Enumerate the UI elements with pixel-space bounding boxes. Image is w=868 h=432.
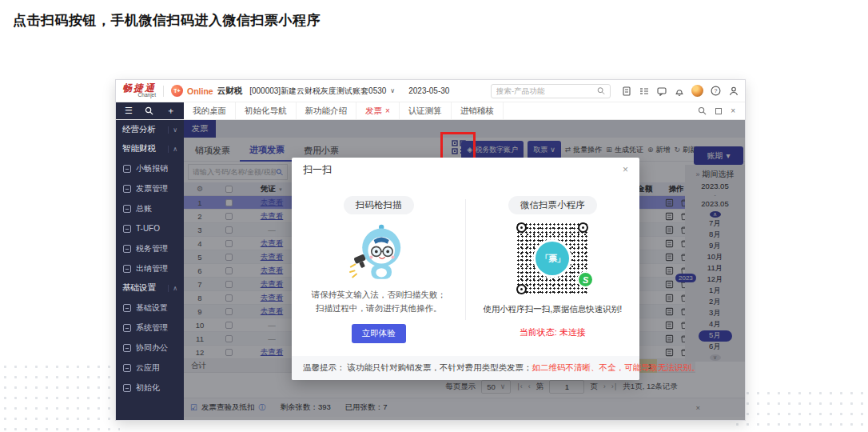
user-avatar[interactable] bbox=[691, 85, 703, 97]
decorative-dots-left bbox=[0, 362, 120, 432]
mascot-illustration bbox=[347, 219, 411, 286]
wechat-mini-program-section: 微信扫票小程序 「票」 S 使用小程序扫一扫,票据信息快速识别! 当前状态: 未… bbox=[466, 182, 640, 356]
add-tab-icon[interactable]: ＋ bbox=[166, 105, 175, 117]
checklist-icon[interactable] bbox=[639, 86, 649, 96]
help-icon[interactable]: ? bbox=[711, 86, 721, 96]
window-controls: × bbox=[698, 102, 745, 119]
scan-gun-section: 扫码枪扫描 bbox=[292, 182, 466, 356]
settings-icon bbox=[123, 304, 131, 312]
svg-text:?: ? bbox=[715, 88, 718, 94]
system-icon bbox=[123, 324, 131, 332]
cashier-icon bbox=[123, 265, 131, 273]
dialog-title: 扫一扫 bbox=[303, 163, 332, 177]
chevron-up-icon[interactable]: ∧ bbox=[168, 146, 177, 153]
sidebar-item-tax-mgmt[interactable]: 税务管理 bbox=[116, 238, 184, 258]
fullscreen-icon[interactable] bbox=[715, 108, 722, 114]
sidebar: 经营分析 ∨ 智能财税 ∧ 小畅报销 发票管理 总账 T-UFO 税务管理 出纳… bbox=[116, 120, 184, 420]
qr-code: 「票」 S bbox=[516, 222, 588, 294]
report-icon bbox=[123, 225, 131, 233]
mini-program-pill: 微信扫票小程序 bbox=[508, 196, 597, 214]
sidebar-item-system-mgmt[interactable]: 系统管理 bbox=[116, 318, 184, 338]
sidebar-item-cloud-apps[interactable]: 云应用 bbox=[116, 358, 184, 378]
tab-my-desktop[interactable]: 我的桌面 bbox=[184, 102, 236, 119]
tab-purchase-sale-audit[interactable]: 进销稽核 bbox=[452, 102, 504, 119]
decorative-dots-right bbox=[732, 388, 868, 432]
scan-tip-line2: 扫描过程中，请勿进行其他操作。 bbox=[312, 302, 446, 315]
app-window: 畅捷通 Chanjet T+ Online 云财税 [000003]新建云财税灰… bbox=[116, 80, 745, 420]
reimburse-icon bbox=[123, 165, 131, 173]
tab-new-features[interactable]: 新功能介绍 bbox=[297, 102, 357, 119]
sidebar-quick-icons: ☰ ＋ bbox=[116, 102, 184, 119]
cloud-icon bbox=[123, 364, 131, 372]
collaboration-icon bbox=[123, 344, 131, 352]
topbar: 畅捷通 Chanjet T+ Online 云财税 [000003]新建云财税灰… bbox=[116, 80, 745, 102]
feedback-icon[interactable] bbox=[656, 86, 667, 96]
menu-collapse-icon[interactable]: ☰ bbox=[125, 106, 133, 116]
tab-cert-calc[interactable]: 认证测算 bbox=[400, 102, 452, 119]
page: 点击扫码按钮，手机微信扫码进入微信扫票小程序 畅捷通 Chanjet T+ On… bbox=[0, 0, 868, 432]
sidebar-item-cashier-mgmt[interactable]: 出纳管理 bbox=[116, 258, 184, 278]
divider bbox=[163, 86, 164, 97]
mini-program-tip: 使用小程序扫一扫,票据信息快速识别! bbox=[483, 304, 622, 315]
chevron-down-icon[interactable]: ∨ bbox=[168, 126, 177, 134]
scan-gun-pill: 扫码枪扫描 bbox=[344, 196, 414, 214]
tab-init-nav[interactable]: 初始化导航 bbox=[236, 102, 297, 119]
sidebar-item-basic-settings[interactable]: 基础设置 bbox=[116, 298, 184, 318]
search-input[interactable] bbox=[496, 86, 594, 95]
main-content: 发票 销项发票 进项发票 费用小票 bbox=[184, 120, 745, 420]
page-search-icon[interactable] bbox=[698, 106, 707, 115]
calculator-icon[interactable] bbox=[621, 86, 631, 96]
sidebar-item-t-ufo[interactable]: T-UFO bbox=[116, 218, 184, 238]
notice-main: 该功能只针对购销发票，不针对费用类型类发票； bbox=[347, 362, 532, 374]
notice-prefix: 温馨提示： bbox=[303, 362, 345, 374]
invoice-icon bbox=[123, 185, 131, 193]
tabbar: ☰ ＋ 我的桌面 初始化导航 新功能介绍 发票× 认证测算 进销稽核 × bbox=[116, 102, 745, 120]
account-selector[interactable]: [000003]新建云财税灰度测试账套0530 bbox=[249, 86, 386, 97]
sidebar-group-smart-finance[interactable]: 智能财税 ∧ bbox=[116, 139, 184, 158]
profile-icon[interactable] bbox=[728, 86, 739, 96]
init-icon bbox=[123, 384, 131, 392]
qr-center-ticket-label: 「票」 bbox=[536, 242, 569, 275]
try-now-button[interactable]: 立即体验 bbox=[352, 324, 406, 343]
dialog-close-icon[interactable]: × bbox=[623, 164, 628, 175]
search-icon[interactable] bbox=[597, 86, 605, 95]
notice-warning: 如二维码不清晰、不全，可能导致无法识别。 bbox=[532, 362, 699, 374]
product-name: 云财税 bbox=[217, 86, 243, 97]
sidebar-item-collaboration[interactable]: 协同办公 bbox=[116, 338, 184, 358]
chevron-down-icon[interactable]: ∨ bbox=[390, 87, 395, 94]
scan-dialog: 扫一扫 × 扫码枪扫描 bbox=[292, 158, 639, 380]
chevron-up-icon[interactable]: ∧ bbox=[168, 285, 177, 292]
online-label: Online bbox=[187, 86, 213, 96]
sidebar-item-initialization[interactable]: 初始化 bbox=[116, 378, 184, 398]
sidebar-item-invoice-mgmt[interactable]: 发票管理 bbox=[116, 178, 184, 198]
close-tab-icon[interactable]: × bbox=[385, 106, 390, 115]
close-page-icon[interactable]: × bbox=[731, 106, 735, 115]
tab-invoice[interactable]: 发票× bbox=[356, 102, 400, 119]
sidebar-group-basic-settings[interactable]: 基础设置 ∧ bbox=[116, 278, 184, 298]
tplus-online-logo: T+ bbox=[171, 85, 183, 97]
wechat-mini-program-icon: S bbox=[577, 271, 594, 288]
sidebar-group-business-analysis[interactable]: 经营分析 ∨ bbox=[116, 120, 184, 139]
ledger-icon bbox=[123, 205, 131, 213]
chanjet-logo: 畅捷通 Chanjet bbox=[122, 83, 156, 98]
connection-status: 当前状态: 未连接 bbox=[520, 326, 586, 338]
sidebar-item-reimburse[interactable]: 小畅报销 bbox=[116, 158, 184, 178]
bell-icon[interactable] bbox=[674, 86, 684, 96]
sidebar-item-general-ledger[interactable]: 总账 bbox=[116, 198, 184, 218]
tax-icon bbox=[123, 245, 131, 253]
global-search-icon[interactable] bbox=[145, 106, 153, 115]
open-tabs: 我的桌面 初始化导航 新功能介绍 发票× 认证测算 进销稽核 bbox=[184, 102, 504, 119]
topbar-icons: ? bbox=[621, 85, 739, 97]
page-title: 点击扫码按钮，手机微信扫码进入微信扫票小程序 bbox=[13, 11, 321, 30]
product-search[interactable] bbox=[491, 84, 611, 98]
scan-tip-line1: 请保持英文输入法，否则扫描失败； bbox=[312, 288, 446, 302]
current-date[interactable]: 2023-05-30 bbox=[408, 86, 449, 95]
